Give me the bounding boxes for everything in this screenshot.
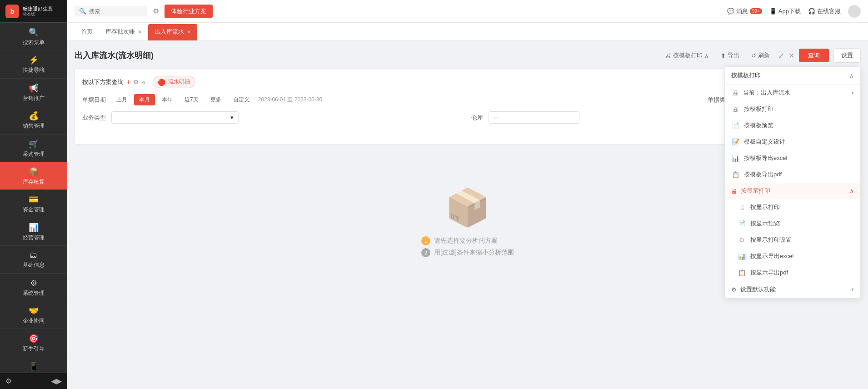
dropdown-sub-item-display-print[interactable]: 🖨 按显示打印 [725, 199, 860, 215]
tab-inout-flow[interactable]: 出入库流水 ✕ [148, 24, 197, 40]
sub-item-label-display-export-excel: 按显示导出excel [750, 252, 793, 260]
dropdown-item-template-export-excel[interactable]: 📊 按模板导出excel [725, 150, 860, 166]
user-avatar[interactable] [848, 5, 861, 18]
sidebar-item-basic[interactable]: 🗂 基础信息 [0, 246, 67, 273]
dropdown-header-label: 按模板打印 [731, 71, 761, 80]
topbar-gear-icon[interactable]: ⚙ [153, 7, 159, 15]
sidebar-item-inventory[interactable]: 📦 库存核算 [0, 162, 67, 190]
sidebar-item-marketing[interactable]: 📢 营销推广 [0, 79, 67, 106]
tab-batch-account-close[interactable]: ✕ [138, 29, 142, 35]
sub-item-label-display-preview: 按显示预览 [750, 219, 780, 228]
sidebar-item-guide[interactable]: 🎯 新手引导 [0, 329, 67, 357]
sub-item-label-display-export-pdf: 按显示导出pdf [750, 269, 788, 277]
online-service-button[interactable]: 🎧 在线客服 [808, 7, 841, 15]
template-print-button[interactable]: 🖨 按模板打印 ∧ [662, 50, 713, 61]
export-icon: ⬆ [721, 52, 726, 59]
display-print-section[interactable]: 🖨 按显示打印 ∧ [725, 183, 860, 199]
biz-type-chevron: ▾ [230, 114, 234, 121]
dropdown-item-template-print[interactable]: 🖨 按模板打印 [725, 101, 860, 117]
filter-tag-icon: 🔴 [158, 79, 165, 86]
dropdown-sub-item-display-print-settings[interactable]: ⚙ 按显示打印设置 [725, 232, 860, 248]
sidebar-item-purchase[interactable]: 🛒 采购管理 [0, 135, 67, 162]
dropdown-item-label-template-export-pdf: 按模板导出pdf [744, 170, 782, 179]
sidebar-item-search[interactable]: 🔍 搜索菜单 [0, 23, 67, 50]
date-tab-more[interactable]: 更多 [205, 94, 226, 105]
sidebar-item-finance[interactable]: 💳 资金管理 [0, 190, 67, 218]
sidebar-label-shortcut: 快捷导航 [23, 67, 45, 73]
dropdown-sub-item-display-export-pdf[interactable]: 📋 按显示导出pdf [725, 264, 860, 281]
empty-tips: 1 请先选择要分析的方案 2 用[过滤]条件来缩小分析范围 [421, 236, 514, 257]
dropdown-sub-item-display-export-excel[interactable]: 📊 按显示导出excel [725, 248, 860, 264]
warehouse-input[interactable]: ··· [489, 111, 579, 124]
topbar-right: 💬 消息 99+ 📱 App下载 🎧 在线客服 [727, 5, 861, 18]
trial-button[interactable]: 体验行业方案 [165, 5, 213, 18]
filter-collapse-icon[interactable]: « [142, 79, 145, 86]
topbar-search-box[interactable]: 🔍 [75, 6, 147, 16]
search-icon: 🔍 [79, 8, 86, 15]
filter-tag[interactable]: 🔴 流水明细 [153, 76, 195, 88]
refresh-label: 刷新 [758, 51, 770, 60]
date-field-label: 单据日期 [82, 96, 106, 104]
biz-type-select[interactable]: ▾ [111, 111, 239, 124]
export-button[interactable]: ⬆ 导出 [717, 50, 743, 61]
sidebar-icon-finance: 💳 [29, 194, 39, 204]
date-tab-7days[interactable]: 近7天 [180, 94, 204, 105]
date-tab-last-month[interactable]: 上月 [111, 94, 132, 105]
sidebar-label-inventory: 库存核算 [23, 179, 45, 185]
search-input[interactable] [89, 8, 135, 15]
app-logo: b 畅捷通好生意 标准版 [0, 0, 67, 23]
date-tab-this-month[interactable]: 本月 [134, 94, 155, 105]
sidebar-label-purchase: 采购管理 [23, 151, 45, 157]
dropdown-current-label: 当前：出入库流水 [743, 89, 790, 97]
sidebar-label-operation: 经营管理 [23, 234, 45, 241]
tip-1-text: 请先选择要分析的方案 [434, 237, 498, 245]
logo-icon: b [5, 5, 19, 18]
close-icon[interactable]: ✕ [788, 51, 794, 60]
sidebar-collapse-icon[interactable]: ◀▶ [51, 377, 62, 385]
dropdown-chevron-up-icon[interactable]: ∧ [849, 72, 854, 79]
dropdown-items: 🖨 按模板打印 📄 按模板预览 📝 模板自定义设计 📊 按模板导出excel 📋… [725, 101, 860, 183]
sidebar-item-apps[interactable]: 📱 应用中心 [0, 357, 67, 373]
dropdown-footer[interactable]: ⚙ 设置默认功能 ▾ [725, 281, 860, 298]
headset-icon: 🎧 [808, 8, 815, 15]
date-field: 单据日期 上月 本月 本年 近7天 更多 自定义 2023-06-01 至 20… [82, 94, 700, 105]
sidebar-item-sales[interactable]: 💰 销售管理 [0, 106, 67, 134]
tab-batch-account[interactable]: 库存批次账 ✕ [99, 24, 148, 40]
sidebar-item-system[interactable]: ⚙ 系统管理 [0, 274, 67, 301]
messages-button[interactable]: 💬 消息 99+ [727, 7, 762, 15]
sidebar-nav: 🔍 搜索菜单 ⚡ 快捷导航 📢 营销推广 💰 销售管理 🛒 采购管理 📦 库存核… [0, 23, 67, 373]
dropdown-current-item[interactable]: 🖨 当前：出入库流水 ▾ [725, 85, 860, 101]
sidebar-label-cooperation: 企业协同 [23, 318, 45, 324]
sidebar-item-cooperation[interactable]: 🤝 企业协同 [0, 301, 67, 329]
dropdown-item-template-export-pdf[interactable]: 📋 按模板导出pdf [725, 166, 860, 183]
sidebar-settings-icon[interactable]: ⚙ [5, 377, 12, 385]
sidebar-label-guide: 新手引导 [23, 345, 45, 352]
sidebar-icon-cooperation: 🤝 [29, 306, 39, 316]
maximize-icon[interactable]: ⤢ [778, 51, 784, 60]
dropdown-item-icon-template-export-excel: 📊 [731, 155, 739, 162]
sidebar-label-sales: 销售管理 [23, 123, 45, 129]
tip-number-2: 2 [421, 248, 430, 257]
dropdown-sub-item-display-preview[interactable]: 📄 按显示预览 [725, 215, 860, 232]
settings-button[interactable]: 设置 [833, 48, 861, 63]
warehouse-more-icon: ··· [494, 114, 499, 121]
filter-label-text: 按以下方案查询 [82, 78, 124, 86]
filter-settings-icon[interactable]: ⚙ [133, 79, 139, 86]
sidebar-label-search: 搜索菜单 [23, 39, 45, 45]
dropdown-item-template-preview[interactable]: 📄 按模板预览 [725, 117, 860, 134]
filter-add-button[interactable]: + [126, 78, 130, 86]
sidebar-icon-search: 🔍 [29, 27, 39, 37]
dropdown-item-template-customize[interactable]: 📝 模板自定义设计 [725, 134, 860, 150]
sidebar-item-operation[interactable]: 📊 经营管理 [0, 218, 67, 246]
tab-home-label: 首页 [81, 28, 93, 36]
date-tab-this-year[interactable]: 本年 [157, 94, 178, 105]
refresh-button[interactable]: ↺ 刷新 [748, 50, 773, 61]
sidebar-icon-shortcut: ⚡ [29, 55, 39, 65]
tab-inout-flow-close[interactable]: ✕ [187, 29, 191, 35]
tab-home[interactable]: 首页 [75, 24, 99, 40]
sidebar-item-shortcut[interactable]: ⚡ 快捷导航 [0, 50, 67, 78]
date-tab-custom[interactable]: 自定义 [228, 94, 254, 105]
app-download-button[interactable]: 📱 App下载 [769, 7, 801, 15]
query-button[interactable]: 查询 [799, 49, 829, 62]
dropdown-item-label-template-preview: 按模板预览 [744, 121, 773, 130]
